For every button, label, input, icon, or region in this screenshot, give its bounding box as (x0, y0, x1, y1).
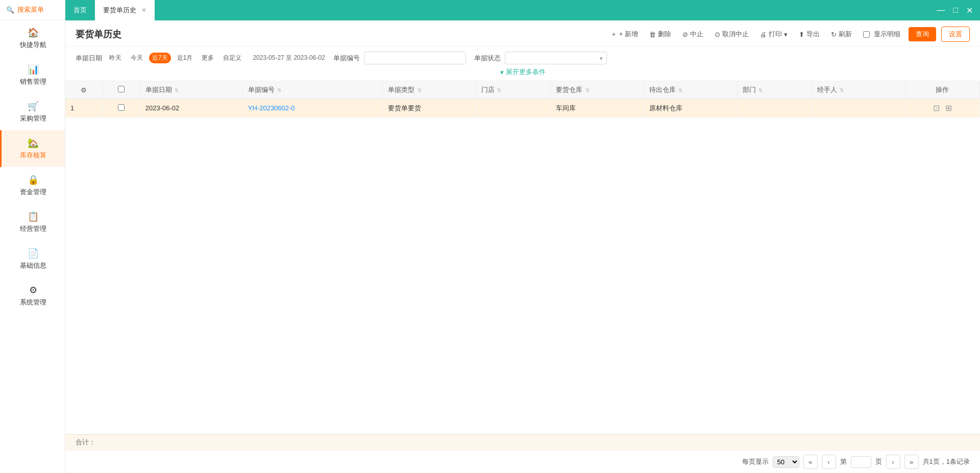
main-area: 首页 要货单历史 ✕ — □ ✕ 要货单历史 ＋ + 新增 🗑 删除 (65, 0, 980, 473)
minimize-button[interactable]: — (935, 4, 947, 17)
table-col-wait-wh[interactable]: 待出仓库 ⇅ (644, 81, 737, 99)
row-wait-wh: 原材料仓库 (644, 99, 737, 117)
date-opt-today[interactable]: 今天 (128, 53, 146, 63)
sidebar-search[interactable]: 🔍 搜索菜单 (0, 0, 65, 20)
display-detail-label: 显示明细 (874, 30, 900, 39)
print-label: 打印 (769, 30, 782, 39)
table-col-req-wh[interactable]: 要货仓库 ⇅ (551, 81, 644, 99)
table-col-date[interactable]: 单据日期 ⇅ (140, 81, 242, 99)
content-area: 要货单历史 ＋ + 新增 🗑 删除 ⊘ 中止 ⊙ 取消中止 (65, 20, 980, 473)
status-select-wrapper (505, 52, 607, 64)
page-size-select[interactable]: 102050100 (773, 456, 799, 468)
sidebar-item-inventory[interactable]: 🏡 库存核算 (0, 130, 65, 167)
cart-icon: 🛒 (28, 101, 39, 112)
row-num: 1 (65, 99, 103, 117)
tab-home[interactable]: 首页 (65, 0, 95, 20)
prev-page-button[interactable]: ‹ (822, 455, 836, 469)
page-title: 要货单历史 (76, 28, 607, 40)
table-row[interactable]: 1 2023-06-02 YH-20230602-0 要货单要货 车间库 原材料… (65, 99, 980, 117)
row-dept (737, 99, 812, 117)
status-select[interactable] (505, 52, 607, 64)
delete-button[interactable]: 🗑 删除 (646, 28, 674, 41)
sort-icon-dept: ⇅ (758, 87, 763, 93)
sidebar-item-system[interactable]: ⚙ 系统管理 (0, 277, 65, 314)
date-opt-last1month[interactable]: 近1月 (174, 53, 196, 63)
table-col-handler[interactable]: 经手人 ⇅ (812, 81, 905, 99)
page-number-input[interactable]: 1 (851, 456, 871, 468)
settings-button[interactable]: 设置 (941, 27, 970, 42)
sidebar-item-sales[interactable]: 📊 销售管理 (0, 57, 65, 93)
table-col-dept[interactable]: 部门 ⇅ (737, 81, 812, 99)
page-label-post: 页 (875, 457, 882, 466)
row-code-link[interactable]: YH-20230602-0 (248, 104, 295, 112)
row-more-icon[interactable]: ⊞ (945, 104, 952, 112)
tab-close-icon[interactable]: ✕ (141, 7, 146, 14)
table-col-action: 操作 (905, 81, 979, 99)
table-col-type[interactable]: 单据类型 ⇅ (383, 81, 476, 99)
toolbar: ＋ + 新增 🗑 删除 ⊘ 中止 ⊙ 取消中止 🖨 打印 (607, 27, 970, 42)
home-icon: 🏠 (28, 27, 39, 38)
sidebar-item-quick-nav[interactable]: 🏠 快捷导航 (0, 20, 65, 57)
filter-date: 单据日期 昨天 今天 近7天 近1月 更多 自定义 (76, 53, 244, 63)
export-icon: ⬆ (799, 31, 804, 38)
cancel-stop-button[interactable]: ⊙ 取消中止 (712, 28, 752, 41)
date-opt-last7days[interactable]: 近7天 (149, 53, 171, 63)
date-opt-yesterday[interactable]: 昨天 (106, 53, 125, 63)
table-footer: 合计： (65, 434, 980, 450)
delete-label: 删除 (658, 30, 671, 39)
new-label: + 新增 (619, 30, 638, 39)
cancel-stop-label: 取消中止 (722, 30, 749, 39)
sidebar-item-label: 资金管理 (20, 187, 46, 197)
close-button[interactable]: ✕ (964, 4, 975, 17)
next-page-button[interactable]: › (886, 455, 900, 469)
date-opt-more[interactable]: 更多 (199, 53, 217, 63)
display-detail-toggle[interactable]: 显示明细 (860, 28, 903, 41)
sidebar-item-purchase[interactable]: 🛒 采购管理 (0, 93, 65, 130)
maximize-button[interactable]: □ (951, 4, 960, 17)
row-checkbox[interactable] (118, 104, 125, 111)
refresh-label: 刷新 (839, 30, 852, 39)
total-info: 共1页，1条记录 (923, 457, 970, 466)
first-page-button[interactable]: « (803, 455, 818, 469)
search-icon: 🔍 (6, 6, 14, 14)
stop-label: 中止 (690, 30, 703, 39)
date-opt-custom[interactable]: 自定义 (220, 53, 244, 63)
sort-icon-handler: ⇅ (840, 87, 844, 93)
row-date: 2023-06-02 (140, 99, 242, 117)
stop-icon: ⊘ (682, 31, 688, 38)
warehouse-icon: 🏡 (28, 137, 39, 149)
sidebar-item-operations[interactable]: 📋 经营管理 (0, 204, 65, 241)
expand-more-label: 展开更多条件 (506, 67, 546, 77)
sidebar-search-label: 搜索菜单 (17, 5, 44, 14)
display-detail-checkbox[interactable] (863, 31, 870, 38)
expand-more-button[interactable]: ▾ 展开更多条件 (76, 64, 970, 78)
filter-doc-number: 单据编号 (333, 52, 466, 64)
query-button[interactable]: 查询 (909, 27, 936, 41)
export-button[interactable]: ⬆ 导出 (796, 28, 823, 41)
doc-number-input[interactable] (364, 52, 466, 64)
stop-button[interactable]: ⊘ 中止 (679, 28, 706, 41)
operations-icon: 📋 (28, 211, 39, 222)
footer-total-label: 合计： (76, 438, 95, 447)
select-all-checkbox[interactable] (118, 86, 125, 92)
table-settings-col[interactable]: ⚙ (65, 81, 103, 99)
refresh-button[interactable]: ↻ 刷新 (828, 28, 855, 41)
tab-home-label: 首页 (74, 6, 87, 15)
date-filter-label: 单据日期 (76, 54, 102, 63)
print-button[interactable]: 🖨 打印 ▾ (757, 28, 791, 41)
table-col-shop[interactable]: 门店 ⇅ (476, 81, 550, 99)
sort-icon-shop: ⇅ (497, 87, 501, 93)
tab-requisition-history[interactable]: 要货单历史 ✕ (95, 0, 155, 20)
filter-row: 单据日期 昨天 今天 近7天 近1月 更多 自定义 2023-05-27 至 2… (76, 52, 970, 64)
sidebar-item-finance[interactable]: 🔒 资金管理 (0, 167, 65, 204)
row-edit-icon[interactable]: ⊡ (933, 104, 940, 112)
last-page-button[interactable]: » (904, 455, 919, 469)
sort-icon-req-wh: ⇅ (585, 87, 590, 93)
sidebar-item-basic-info[interactable]: 📄 基础信息 (0, 241, 65, 277)
new-button[interactable]: ＋ + 新增 (607, 28, 641, 41)
table-col-code[interactable]: 单据编号 ⇅ (242, 81, 382, 99)
pagination: 每页显示 102050100 « ‹ 第 1 页 › » 共1页，1条记录 (65, 450, 980, 473)
filter-area: 单据日期 昨天 今天 近7天 近1月 更多 自定义 2023-05-27 至 2… (65, 46, 980, 81)
status-label: 单据状态 (474, 54, 501, 63)
gear-icon: ⚙ (29, 285, 37, 296)
